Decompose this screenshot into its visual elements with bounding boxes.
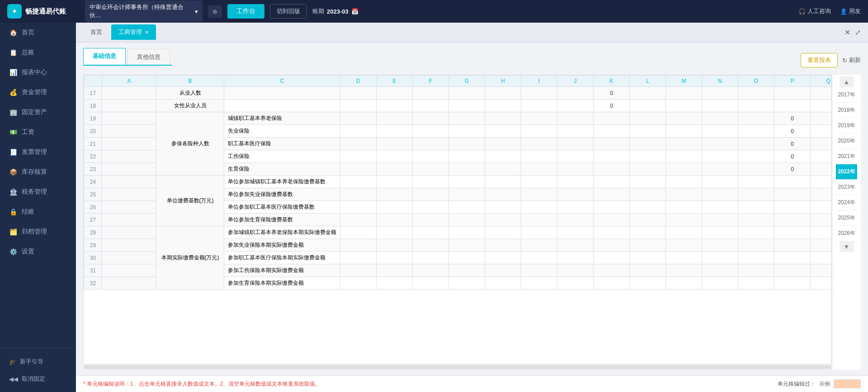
- cell-empty[interactable]: [557, 201, 594, 214]
- cell-empty[interactable]: [666, 226, 702, 239]
- cell-empty[interactable]: [557, 176, 594, 188]
- cell-b[interactable]: 单位缴费基数(万元): [156, 176, 224, 226]
- cell-empty[interactable]: [702, 264, 738, 277]
- cell-empty[interactable]: [340, 163, 377, 176]
- cell-empty[interactable]: [738, 138, 774, 150]
- cell-empty[interactable]: [630, 214, 666, 226]
- cell-q[interactable]: [811, 214, 832, 226]
- cell-empty[interactable]: [377, 201, 413, 214]
- sub-tab-other[interactable]: 其他信息: [127, 49, 170, 65]
- cell-b[interactable]: 本期实际缴费金额(万元): [156, 226, 224, 290]
- cell-k[interactable]: [594, 239, 630, 252]
- cell-empty[interactable]: [738, 239, 774, 252]
- year-item-2017年[interactable]: 2017年: [836, 87, 857, 103]
- cell-b[interactable]: 女性从业人员: [156, 100, 224, 112]
- cell-c[interactable]: 生育保险: [224, 163, 340, 176]
- cell-empty[interactable]: [413, 100, 449, 112]
- cell-empty[interactable]: [485, 150, 521, 163]
- cell-empty[interactable]: [377, 239, 413, 252]
- cell-empty[interactable]: [377, 277, 413, 290]
- cell-empty[interactable]: [666, 264, 702, 277]
- cell-p[interactable]: [774, 252, 811, 264]
- cell-q[interactable]: [811, 87, 832, 100]
- sub-tab-basic[interactable]: 基础信息: [83, 48, 126, 65]
- cell-empty[interactable]: [521, 264, 557, 277]
- cell-empty[interactable]: [666, 201, 702, 214]
- cell-empty[interactable]: [413, 87, 449, 100]
- cell-empty[interactable]: [377, 163, 413, 176]
- cell-empty[interactable]: [340, 277, 377, 290]
- cell-p[interactable]: 0: [774, 138, 811, 150]
- cell-empty[interactable]: [738, 125, 774, 138]
- cell-empty[interactable]: [449, 201, 485, 214]
- cell-empty[interactable]: [485, 226, 521, 239]
- cell-empty[interactable]: [630, 188, 666, 201]
- cell-c[interactable]: 单位参加失业保险缴费基数: [224, 188, 340, 201]
- year-scroll-down[interactable]: ▼: [840, 241, 854, 252]
- cell-empty[interactable]: [449, 239, 485, 252]
- copy-button[interactable]: ⊕: [208, 5, 222, 18]
- cell-k[interactable]: [594, 112, 630, 125]
- cell-c[interactable]: 城镇职工基本养老保险: [224, 112, 340, 125]
- cell-a[interactable]: [102, 112, 156, 125]
- cell-p[interactable]: 0: [774, 163, 811, 176]
- cell-empty[interactable]: [702, 163, 738, 176]
- cell-empty[interactable]: [377, 252, 413, 264]
- cell-empty[interactable]: [630, 239, 666, 252]
- cell-empty[interactable]: [377, 214, 413, 226]
- cell-c[interactable]: [224, 100, 340, 112]
- year-item-2021年[interactable]: 2021年: [836, 149, 857, 164]
- cell-q[interactable]: [811, 176, 832, 188]
- cell-empty[interactable]: [413, 277, 449, 290]
- cell-empty[interactable]: [485, 201, 521, 214]
- cell-empty[interactable]: [413, 214, 449, 226]
- cell-a[interactable]: [102, 125, 156, 138]
- cell-empty[interactable]: [413, 138, 449, 150]
- cell-empty[interactable]: [377, 188, 413, 201]
- cell-empty[interactable]: [340, 87, 377, 100]
- user-area[interactable]: 👤 用友: [840, 7, 861, 15]
- cell-empty[interactable]: [666, 87, 702, 100]
- cell-empty[interactable]: [666, 112, 702, 125]
- cell-empty[interactable]: [666, 214, 702, 226]
- cell-c[interactable]: 单位参加职工基本医疗保险缴费基数: [224, 201, 340, 214]
- cell-b[interactable]: 参保各险种人数: [156, 112, 224, 176]
- year-item-2023年[interactable]: 2023年: [836, 180, 857, 195]
- cell-empty[interactable]: [449, 100, 485, 112]
- cell-empty[interactable]: [557, 125, 594, 138]
- cell-empty[interactable]: [449, 176, 485, 188]
- cell-a[interactable]: [102, 214, 156, 226]
- cell-empty[interactable]: [702, 138, 738, 150]
- sidebar-item-inventory[interactable]: 📦库存核算: [0, 162, 76, 182]
- cell-k[interactable]: [594, 188, 630, 201]
- sidebar-item-ledger[interactable]: 📋总账: [0, 43, 76, 62]
- sidebar-item-capital[interactable]: 💰资金管理: [0, 82, 76, 102]
- cell-empty[interactable]: [702, 125, 738, 138]
- cell-empty[interactable]: [738, 277, 774, 290]
- cell-empty[interactable]: [340, 239, 377, 252]
- sidebar-item-salary[interactable]: 💵工资: [0, 122, 76, 142]
- cell-k[interactable]: 0: [594, 100, 630, 112]
- cell-a[interactable]: [102, 138, 156, 150]
- cell-empty[interactable]: [485, 87, 521, 100]
- cell-empty[interactable]: [557, 150, 594, 163]
- cell-a[interactable]: [102, 87, 156, 100]
- cell-k[interactable]: [594, 277, 630, 290]
- cell-a[interactable]: [102, 100, 156, 112]
- cell-empty[interactable]: [702, 100, 738, 112]
- calendar-icon[interactable]: 📅: [351, 8, 359, 15]
- cell-empty[interactable]: [449, 125, 485, 138]
- cell-k[interactable]: [594, 125, 630, 138]
- cell-a[interactable]: [102, 226, 156, 239]
- cell-empty[interactable]: [666, 150, 702, 163]
- year-scroll-up[interactable]: ▲: [840, 76, 854, 87]
- cell-q[interactable]: [811, 252, 832, 264]
- cell-b[interactable]: 从业人数: [156, 87, 224, 100]
- cell-empty[interactable]: [413, 176, 449, 188]
- cell-empty[interactable]: [485, 176, 521, 188]
- cell-empty[interactable]: [521, 239, 557, 252]
- cell-q[interactable]: [811, 100, 832, 112]
- cell-empty[interactable]: [521, 87, 557, 100]
- cell-empty[interactable]: [377, 138, 413, 150]
- cell-empty[interactable]: [340, 252, 377, 264]
